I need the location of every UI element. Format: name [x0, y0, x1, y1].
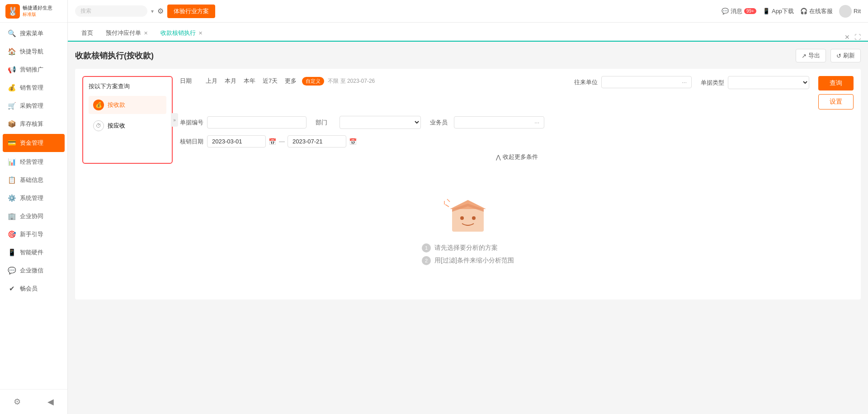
finance-icon: 💳: [7, 138, 16, 148]
topbar-gear-icon[interactable]: ⚙: [157, 7, 164, 15]
tab-prepay-reconcile[interactable]: 预付冲应付单 ✕: [99, 25, 154, 42]
date-shortcut-this-year[interactable]: 本年: [242, 76, 257, 86]
sidebar-item-sales[interactable]: 💰 销售管理: [0, 79, 67, 97]
writeoff-date-to[interactable]: [288, 135, 346, 148]
staff-dots-icon: ···: [534, 119, 539, 126]
tab-expand-icon[interactable]: ⛶: [854, 33, 861, 41]
collapse-panel-btn[interactable]: »: [171, 113, 178, 127]
sidebar-item-smart-hw[interactable]: 📱 智能硬件: [0, 243, 67, 262]
notification-label: 消息: [731, 7, 742, 15]
settings-button[interactable]: 设置: [818, 94, 854, 109]
filter-row-1: 日期 上月 本月 本年 近7天 更多 自定义 不限 至 2023-07-26: [180, 76, 854, 109]
collapse-more-label: 收起更多条件: [503, 153, 538, 161]
export-button[interactable]: ↗ 导出: [796, 49, 826, 62]
notification-item[interactable]: 💬 消息 99+: [722, 7, 756, 15]
date-shortcut-last-7days[interactable]: 近7天: [261, 76, 279, 86]
sidebar-item-guide[interactable]: 🎯 新手引导: [0, 225, 67, 243]
refresh-button[interactable]: ↺ 刷新: [830, 49, 861, 62]
notification-icon: 💬: [722, 8, 729, 14]
sidebar-item-system[interactable]: ⚙️ 系统管理: [0, 189, 67, 207]
staff-select[interactable]: ···: [454, 116, 544, 128]
writeoff-date-group: 📅 — 📅: [207, 135, 357, 148]
topbar: 搜索 ▾ ⚙ 体验行业方案 💬 消息 99+ 📱 App下载 🎧 在线客服 Ri: [68, 0, 868, 23]
filter-left-panel: 按以下方案查询 💰 按收款 ⏱ 按应收 »: [82, 76, 173, 164]
date-shortcut-this-month[interactable]: 本月: [223, 76, 238, 86]
sidebar-item-label: 快捷导航: [20, 48, 43, 56]
sidebar-item-purchase[interactable]: 🛒 采购管理: [0, 97, 67, 115]
counterparty-select[interactable]: ···: [601, 76, 692, 88]
empty-svg: [441, 191, 495, 236]
sidebar-item-enterprise[interactable]: 🏢 企业协同: [0, 207, 67, 225]
sidebar-item-member[interactable]: ✔ 畅会员: [0, 280, 67, 298]
sidebar-item-search-menu[interactable]: 🔍 搜索菜单: [0, 24, 67, 43]
sidebar-item-label: 营销推广: [20, 66, 43, 74]
tab-prepay-close-icon[interactable]: ✕: [144, 30, 148, 36]
sidebar-item-inventory[interactable]: 📦 库存核算: [0, 115, 67, 133]
svg-rect-0: [452, 209, 484, 232]
sidebar-item-finance[interactable]: 💳 资金管理: [3, 134, 65, 152]
online-service-item[interactable]: 🎧 在线客服: [800, 7, 833, 15]
tab-close-all-icon[interactable]: ✕: [844, 33, 850, 41]
writeoff-date-from[interactable]: [207, 135, 266, 148]
doc-no-input[interactable]: [207, 116, 307, 128]
svg-line-7: [447, 199, 450, 202]
settings-bottom-icon[interactable]: ⚙: [11, 394, 24, 409]
tab-home-label: 首页: [81, 29, 93, 37]
tab-home[interactable]: 首页: [75, 25, 99, 42]
filter-left-title: 按以下方案查询: [89, 82, 166, 90]
writeoff-date-to-calendar-icon[interactable]: 📅: [349, 138, 357, 145]
date-shortcut-last-month[interactable]: 上月: [204, 76, 219, 86]
refresh-label: 刷新: [843, 52, 855, 60]
user-info[interactable]: Rit: [839, 5, 861, 18]
dept-cell: 部门: [316, 116, 421, 129]
export-label: 导出: [808, 52, 820, 60]
counterparty-cell: 往来单位 ···: [574, 76, 692, 88]
sidebar-item-basic-info[interactable]: 📋 基础信息: [0, 171, 67, 189]
sidebar-bottom: ⚙ ◀: [0, 389, 67, 414]
operations-icon: 📊: [7, 157, 16, 167]
refresh-icon: ↺: [836, 52, 841, 59]
topbar-search-box[interactable]: 搜索: [75, 5, 147, 17]
sidebar-menu: 🔍 搜索菜单 🏠 快捷导航 📢 营销推广 💰 销售管理 🛒 采购管理 📦 库存核…: [0, 23, 67, 389]
tab-receipt-close-icon[interactable]: ✕: [198, 30, 203, 36]
collapse-more-btn[interactable]: ⋀ 收起更多条件: [180, 150, 854, 164]
tab-receipt-writeoff[interactable]: 收款核销执行 ✕: [154, 25, 209, 42]
doc-type-select[interactable]: [728, 76, 809, 89]
system-icon: ⚙️: [7, 194, 16, 203]
tip-num-2: 2: [422, 256, 431, 265]
query-button[interactable]: 查询: [818, 76, 854, 90]
topbar-chevron-icon[interactable]: ▾: [151, 8, 154, 14]
main-content-area: 按以下方案查询 💰 按收款 ⏱ 按应收 »: [75, 69, 861, 300]
filter-option-by-receivable[interactable]: ⏱ 按应收: [89, 117, 166, 135]
sidebar-item-label: 企业微信: [20, 266, 43, 275]
app-download-item[interactable]: 📱 App下载: [763, 7, 794, 15]
topbar-left: 搜索 ▾ ⚙ 体验行业方案: [75, 5, 722, 18]
user-name: Rit: [854, 8, 861, 14]
writeoff-date-from-calendar-icon[interactable]: 📅: [269, 138, 276, 145]
date-shortcut-custom[interactable]: 自定义: [302, 77, 324, 86]
date-shortcut-more[interactable]: 更多: [283, 76, 298, 86]
sidebar-item-marketing[interactable]: 📢 营销推广: [0, 61, 67, 79]
filter-and-content: 按以下方案查询 💰 按收款 ⏱ 按应收 »: [82, 76, 854, 164]
svg-point-3: [460, 216, 464, 220]
empty-tip-1: 1 请先选择要分析的方案: [422, 243, 514, 252]
by-receipt-label: 按收款: [108, 101, 125, 109]
filter-row-2: 单据编号 部门 业务员: [180, 116, 854, 129]
sidebar-item-label: 经营管理: [20, 158, 43, 166]
online-service-label: 在线客服: [809, 7, 833, 15]
dept-select[interactable]: [340, 116, 421, 129]
sidebar-item-label: 采购管理: [20, 102, 43, 110]
filter-right-panel: 日期 上月 本月 本年 近7天 更多 自定义 不限 至 2023-07-26: [180, 76, 854, 164]
sidebar-item-quick-nav[interactable]: 🏠 快捷导航: [0, 43, 67, 61]
collapse-sidebar-icon[interactable]: ◀: [45, 394, 57, 409]
filter-option-by-receipt[interactable]: 💰 按收款: [89, 96, 166, 114]
main-area: 搜索 ▾ ⚙ 体验行业方案 💬 消息 99+ 📱 App下载 🎧 在线客服 Ri: [68, 0, 868, 414]
user-avatar: [839, 5, 852, 18]
basic-info-icon: 📋: [7, 176, 16, 185]
sales-icon: 💰: [7, 83, 16, 92]
date-label: 日期: [180, 77, 200, 85]
sidebar-item-label: 销售管理: [20, 84, 43, 92]
sidebar-item-operations[interactable]: 📊 经营管理: [0, 153, 67, 171]
sidebar-item-wechat[interactable]: 💬 企业微信: [0, 262, 67, 280]
industry-btn[interactable]: 体验行业方案: [167, 5, 215, 18]
